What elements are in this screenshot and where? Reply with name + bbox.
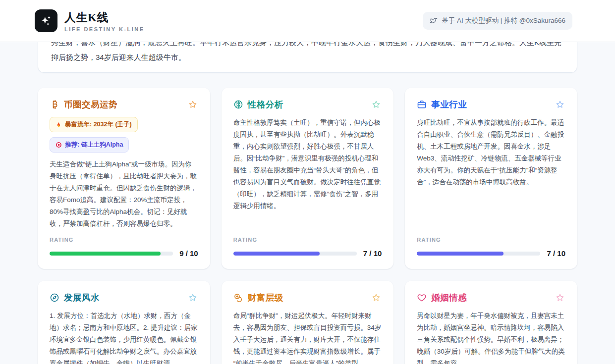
- rating-value: 7 / 10: [547, 249, 565, 258]
- rating-block: RATING 9 / 10: [50, 230, 198, 258]
- wealth-year-badge: 暴富流年: 2032年 (壬子): [50, 117, 138, 132]
- card-title: 发展风水: [64, 292, 100, 304]
- rating-block: RATING 7 / 10: [417, 230, 565, 258]
- rating-bar-fill: [417, 252, 503, 256]
- heart-icon: [417, 293, 427, 303]
- brain-icon: [233, 100, 243, 109]
- rating-value: 9 / 10: [179, 249, 198, 258]
- star-icon: [372, 100, 381, 109]
- card-title: 币圈交易运势: [64, 99, 117, 110]
- app-subtitle: LIFE DESTINY K-LINE: [64, 26, 145, 32]
- rating-bar-fill: [233, 252, 320, 256]
- rating-label: RATING: [50, 237, 198, 243]
- card-body-text: 命局“群比争财”，财运起伏极大。年轻时财来财去，容易因为朋友、担保或盲目投资而亏…: [233, 310, 382, 364]
- card-header: 婚姻情感: [417, 292, 565, 304]
- card-body-text: 1. 发展方位：首选北方（水地）求财，西方（金地）求名；忌南方和中原地区。2. …: [50, 310, 198, 364]
- card-fengshui: 发展风水 1. 发展方位：首选北方（水地）求财，西方（金地）求名；忌南方和中原地…: [38, 281, 210, 364]
- card-title: 事业行业: [431, 99, 467, 110]
- recommendation-badge: 推荐: 链上土狗Alpha: [50, 137, 129, 153]
- rating-row: 7 / 10: [417, 249, 565, 258]
- rating-row: 9 / 10: [50, 249, 198, 258]
- twitter-icon: [430, 17, 438, 25]
- card-wealth: 财富层级 命局“群比争财”，财运起伏极大。年轻时财来财去，容易因为朋友、担保或盲…: [222, 281, 394, 364]
- wealth-year-text: 暴富流年: 2032年 (壬子): [65, 120, 132, 129]
- rating-row: 7 / 10: [233, 249, 382, 258]
- rating-block: RATING 7 / 10: [233, 230, 382, 258]
- card-badges: 暴富流年: 2032年 (壬子) 推荐: 链上土狗Alpha: [50, 117, 198, 153]
- page-header: 人生K线 LIFE DESTINY K-LINE 基于 AI 大模型驱动 | 推…: [0, 0, 615, 42]
- rating-label: RATING: [233, 237, 382, 243]
- card-title: 财富层级: [248, 292, 283, 304]
- favorite-button[interactable]: [371, 99, 382, 110]
- star-icon: [556, 293, 564, 302]
- brand: 人生K线 LIFE DESTINY K-LINE: [35, 9, 145, 32]
- bazi-summary-card: 秀生财，喜水（财星）滋润，最忌火土再旺。早年行木运官杀克身，压力较大；中晚年行金…: [38, 42, 577, 73]
- card-body-text: 身旺比劫旺，不宜从事按部就班的行政工作。最适合自由职业、合伙生意（需防兄弟反目）…: [417, 117, 565, 188]
- rating-bar-fill: [50, 252, 161, 256]
- favorite-button[interactable]: [187, 292, 198, 303]
- rating-track: [50, 252, 173, 256]
- analysis-cards-grid: 币圈交易运势 暴富流年: 2032年 (壬子): [38, 88, 577, 364]
- rating-track: [417, 252, 540, 256]
- rating-label: RATING: [417, 237, 565, 243]
- compass-icon: [50, 293, 59, 303]
- target-icon: [56, 142, 62, 148]
- coins-icon: [233, 293, 243, 303]
- sparkle-icon: [40, 14, 53, 27]
- star-icon: [188, 100, 197, 109]
- favorite-button[interactable]: [555, 292, 565, 303]
- card-header: 发展风水: [50, 292, 198, 304]
- app-logo: [35, 9, 57, 32]
- card-body-text: 男命以财星为妻，年干癸水偏财被克，且妻宫未土为比劫，婚姻宫坐忌神。暗示情路坎坷，…: [417, 310, 565, 364]
- brand-titles: 人生K线 LIFE DESTINY K-LINE: [64, 10, 145, 32]
- recommendation-text: 推荐: 链上土狗Alpha: [65, 141, 123, 149]
- bazi-summary-text: 秀生财，喜水（财星）滋润，最忌火土再旺。早年行木运官杀克身，压力较大；中晚年行金…: [51, 42, 564, 65]
- flame-icon: [56, 121, 62, 128]
- rating-value: 7 / 10: [363, 249, 382, 258]
- content-area: 秀生财，喜水（财星）滋润，最忌火土再旺。早年行木运官杀克身，压力较大；中晚年行金…: [0, 42, 615, 364]
- card-header: 币圈交易运势: [50, 99, 198, 110]
- card-crypto-trading: 币圈交易运势 暴富流年: 2032年 (壬子): [38, 88, 210, 269]
- favorite-button[interactable]: [187, 99, 198, 110]
- favorite-button[interactable]: [555, 99, 565, 110]
- rating-track: [233, 252, 357, 256]
- star-icon: [556, 100, 564, 109]
- card-title: 性格分析: [248, 99, 283, 110]
- app-title: 人生K线: [64, 10, 145, 25]
- star-icon: [188, 293, 197, 302]
- favorite-button[interactable]: [371, 292, 382, 303]
- bitcoin-icon: [50, 100, 59, 109]
- card-marriage: 婚姻情感 男命以财星为妻，年干癸水偏财被克，且妻宫未土为比劫，婚姻宫坐忌神。暗示…: [405, 281, 577, 364]
- card-header: 财富层级: [233, 292, 382, 304]
- twitter-info-badge[interactable]: 基于 AI 大模型驱动 | 推特 @0xSakura666: [423, 12, 572, 30]
- card-career: 事业行业 身旺比劫旺，不宜从事按部就班的行政工作。最适合自由职业、合伙生意（需防…: [405, 88, 577, 269]
- twitter-info-text: 基于 AI 大模型驱动 | 推特 @0xSakura666: [442, 16, 565, 25]
- card-header: 性格分析: [233, 99, 382, 110]
- card-title: 婚姻情感: [431, 292, 467, 304]
- card-header: 事业行业: [417, 99, 565, 110]
- briefcase-icon: [417, 100, 427, 109]
- card-body-text: 天生适合做“链上土狗Alpha”或一级市场。因为你身旺抗压（拿得住单），且比劫旺…: [50, 158, 198, 230]
- card-personality: 性格分析 命主性格敦厚笃实（土旺），重信守诺，但内心极度固执，甚至有些执拗（比劫…: [222, 88, 394, 269]
- card-body-text: 命主性格敦厚笃实（土旺），重信守诺，但内心极度固执，甚至有些执拗（比劫旺）。外表…: [233, 117, 382, 212]
- star-icon: [372, 293, 381, 302]
- page: 人生K线 LIFE DESTINY K-LINE 基于 AI 大模型驱动 | 推…: [0, 0, 615, 364]
